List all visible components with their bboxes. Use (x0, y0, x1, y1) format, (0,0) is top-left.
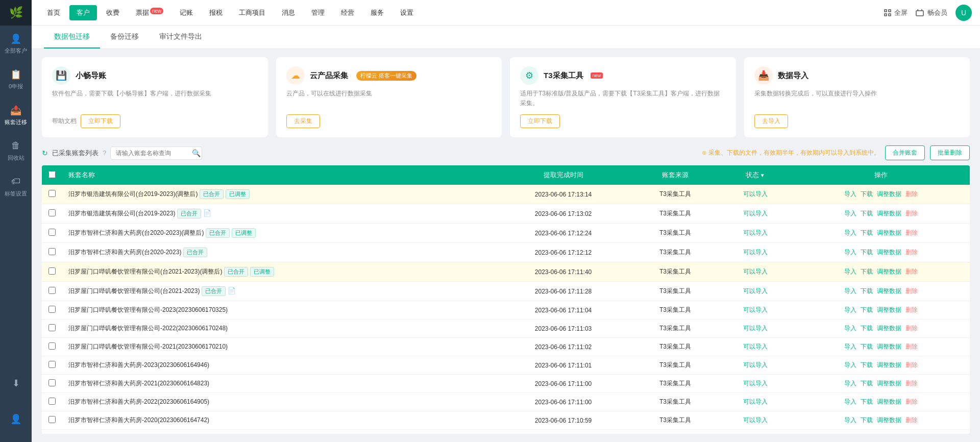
download-link[interactable]: 下载 (859, 325, 875, 332)
sidebar-item-zero-report[interactable]: 📋 0申报 (0, 61, 32, 97)
delete-link[interactable]: 删除 (903, 416, 920, 424)
import-link[interactable]: 导入 (842, 398, 859, 405)
file-icon[interactable]: 📄 (203, 209, 211, 217)
import-link[interactable]: 导入 (842, 325, 859, 332)
user-avatar[interactable]: U (955, 5, 972, 21)
row-checkbox[interactable] (48, 267, 56, 275)
fullscreen-btn[interactable]: 全屏 (884, 8, 908, 17)
sidebar-item-download[interactable]: ⬇ (0, 365, 32, 401)
download-link[interactable]: 下载 (859, 361, 875, 369)
import-link[interactable]: 导入 (842, 343, 859, 350)
delete-link[interactable]: 删除 (903, 287, 920, 294)
adjust-link[interactable]: 调整数据 (875, 249, 903, 256)
batch-delete-btn[interactable]: 批量删除 (930, 145, 970, 160)
nav-operations[interactable]: 经营 (334, 5, 361, 20)
import-link[interactable]: 导入 (842, 287, 859, 294)
import-link[interactable]: 导入 (842, 361, 859, 369)
delete-link[interactable]: 删除 (903, 210, 920, 217)
subtab-audit-export[interactable]: 审计文件导出 (149, 26, 212, 48)
row-checkbox[interactable] (48, 287, 56, 294)
nav-messages[interactable]: 消息 (275, 5, 302, 20)
adjust-link[interactable]: 调整数据 (875, 380, 903, 387)
download-link[interactable]: 下载 (859, 190, 875, 198)
download-link[interactable]: 下载 (859, 416, 875, 424)
row-checkbox[interactable] (48, 379, 56, 386)
card-import-btn[interactable]: 去导入 (754, 114, 788, 128)
adjust-link[interactable]: 调整数据 (875, 268, 903, 275)
sidebar-item-recycle[interactable]: 🗑 回收站 (0, 133, 32, 168)
card-collect-btn[interactable]: 去采集 (286, 114, 320, 128)
file-icon[interactable]: 📄 (228, 287, 236, 294)
download-link[interactable]: 下载 (859, 306, 875, 313)
adjust-link[interactable]: 调整数据 (875, 416, 903, 424)
download-link[interactable]: 下载 (859, 287, 875, 294)
search-input[interactable] (110, 146, 202, 160)
download-link[interactable]: 下载 (859, 249, 875, 256)
adjust-link[interactable]: 调整数据 (875, 398, 903, 405)
adjust-link[interactable]: 调整数据 (875, 306, 903, 313)
search-button[interactable]: 🔍 (192, 149, 201, 157)
download-link[interactable]: 下载 (859, 229, 875, 236)
nav-management[interactable]: 管理 (304, 5, 332, 20)
nav-tax[interactable]: 报税 (202, 5, 230, 20)
adjust-link[interactable]: 调整数据 (875, 287, 903, 294)
subtab-data-migration[interactable]: 数据包迁移 (44, 26, 100, 48)
delete-link[interactable]: 删除 (903, 268, 920, 275)
adjust-link[interactable]: 调整数据 (875, 343, 903, 350)
nav-billing[interactable]: 收费 (99, 5, 127, 20)
row-checkbox[interactable] (48, 209, 56, 216)
row-checkbox[interactable] (48, 342, 56, 350)
delete-link[interactable]: 删除 (903, 380, 920, 387)
sidebar-item-user[interactable]: 👤 (0, 401, 32, 437)
row-checkbox[interactable] (48, 306, 56, 313)
card-t3-download-btn[interactable]: 立即下载 (520, 114, 560, 128)
adjust-link[interactable]: 调整数据 (875, 210, 903, 217)
refresh-icon[interactable]: ↻ (42, 149, 48, 157)
delete-link[interactable]: 删除 (903, 325, 920, 332)
import-link[interactable]: 导入 (842, 210, 859, 217)
delete-link[interactable]: 删除 (903, 190, 920, 198)
download-link[interactable]: 下载 (859, 380, 875, 387)
delete-link[interactable]: 删除 (903, 361, 920, 369)
nav-service[interactable]: 服务 (363, 5, 391, 20)
sidebar-item-account-transfer[interactable]: 📤 账套迁移 (0, 97, 32, 133)
sidebar-item-tag-settings[interactable]: 🏷 标签设置 (0, 168, 32, 204)
nav-bookkeeping[interactable]: 记账 (173, 5, 200, 20)
download-link[interactable]: 下载 (859, 343, 875, 350)
row-checkbox[interactable] (48, 361, 56, 368)
download-link[interactable]: 下载 (859, 210, 875, 217)
nav-invoice[interactable]: 票据new (129, 5, 170, 20)
row-checkbox[interactable] (48, 190, 56, 197)
download-link[interactable]: 下载 (859, 268, 875, 275)
sidebar-item-all-clients[interactable]: 👤 全部客户 (0, 26, 32, 61)
row-checkbox[interactable] (48, 324, 56, 331)
card-download-btn[interactable]: 立即下载 (81, 114, 120, 128)
nav-home[interactable]: 首页 (40, 5, 67, 20)
adjust-link[interactable]: 调整数据 (875, 229, 903, 236)
card-help-link[interactable]: 帮助文档 (52, 117, 77, 126)
help-icon[interactable]: ? (103, 149, 106, 157)
adjust-link[interactable]: 调整数据 (875, 325, 903, 332)
download-link[interactable]: 下载 (859, 398, 875, 405)
member-btn[interactable]: 畅会员 (916, 8, 947, 17)
delete-link[interactable]: 删除 (903, 249, 920, 256)
import-link[interactable]: 导入 (842, 380, 859, 387)
select-all-checkbox[interactable] (48, 171, 56, 178)
nav-settings[interactable]: 设置 (393, 5, 421, 20)
row-checkbox[interactable] (48, 416, 56, 423)
import-link[interactable]: 导入 (842, 268, 859, 275)
adjust-link[interactable]: 调整数据 (875, 190, 903, 198)
delete-link[interactable]: 删除 (903, 229, 920, 236)
delete-link[interactable]: 删除 (903, 306, 920, 313)
import-link[interactable]: 导入 (842, 229, 859, 236)
row-checkbox[interactable] (48, 248, 56, 255)
import-link[interactable]: 导入 (842, 416, 859, 424)
import-link[interactable]: 导入 (842, 190, 859, 198)
import-link[interactable]: 导入 (842, 306, 859, 313)
row-checkbox[interactable] (48, 229, 56, 236)
delete-link[interactable]: 删除 (903, 343, 920, 350)
nav-business[interactable]: 工商项目 (232, 5, 273, 20)
delete-link[interactable]: 删除 (903, 398, 920, 405)
adjust-link[interactable]: 调整数据 (875, 361, 903, 369)
merge-btn[interactable]: 合并账套 (885, 145, 925, 160)
